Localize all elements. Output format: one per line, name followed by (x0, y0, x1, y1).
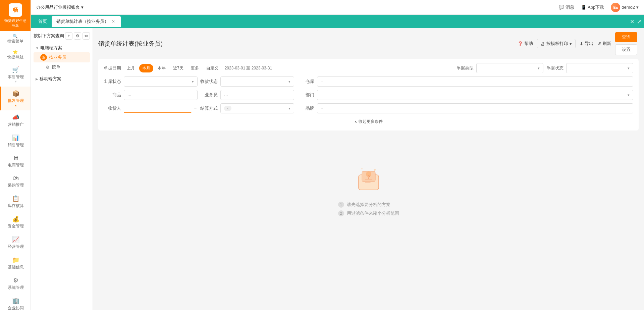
tree-group-pc-header[interactable]: ▼ 电脑端方案 (34, 44, 90, 52)
goods-dots: ··· (127, 92, 131, 98)
staff-select[interactable]: ··· (220, 90, 294, 100)
chevron-up-icon: ∧ (354, 119, 357, 124)
payment-status-select[interactable]: ▾ (220, 76, 294, 87)
tab-close-icon[interactable]: ✕ (111, 19, 116, 24)
filter-row-1: 单据日期 上月 本月 本年 近7天 更多 自定义 2023-03-01 至 20… (104, 63, 633, 73)
tree-group-pc-label: 电脑端方案 (40, 45, 62, 51)
sidebar-item-label: 销售管理 (8, 142, 24, 148)
retail-icon: 🛒 (12, 66, 19, 73)
order-icon: ⚙ (46, 65, 50, 70)
expand-icon[interactable]: ⤢ (637, 18, 641, 25)
user-menu[interactable]: Ea demo2 ▾ (611, 3, 639, 12)
chevron-down-icon: ▼ (36, 46, 39, 50)
sidebar-item-enterprise[interactable]: 🏢 企业协同 (0, 294, 31, 310)
collapse-panel-btn[interactable]: ≪ (83, 32, 90, 40)
sidebar-item-search[interactable]: 🔍 搜索菜单 (0, 31, 31, 47)
main-content: 销货单统计表(按业务员) ❓ 帮助 🖨 按模板打印 ▾ ⬇ 导出 (93, 28, 644, 310)
sidebar: 畅 畅捷通好生意标版 🔍 搜索菜单 ⭐ 快捷导航 🛒 零售管理 ▼ 📦 批发管理… (0, 0, 31, 310)
operations-icon: 📈 (12, 236, 19, 243)
payment-method-label: 结算方式 (200, 105, 218, 111)
dropdown-arrow-icon: ▾ (81, 5, 84, 10)
wholesale-icon: 📦 (12, 90, 19, 97)
tag-close-icon[interactable]: × (227, 106, 229, 110)
sidebar-item-ecommerce[interactable]: 🖥 电商管理 (0, 151, 31, 171)
refresh-btn[interactable]: ↺ 刷新 (597, 41, 611, 47)
template-print-btn[interactable]: 🖨 按模板打印 ▾ (537, 39, 576, 48)
tree-group-mobile-header[interactable]: ▶ 移动端方案 (34, 74, 90, 83)
sidebar-item-marketing[interactable]: 📣 营销推广 (0, 110, 31, 131)
payment-status-label: 收款状态 (200, 79, 218, 85)
message-btn[interactable]: 💬 消息 (559, 4, 574, 10)
date-tab-more[interactable]: 更多 (188, 64, 202, 72)
sidebar-item-wholesale[interactable]: 📦 批发管理 ▲ (0, 87, 31, 110)
tree-item-by-order[interactable]: ⚙ 按单 (34, 62, 90, 72)
export-label: 导出 (585, 41, 593, 47)
warehouse-dots: ··· (321, 79, 325, 84)
sidebar-item-operations[interactable]: 📈 经营管理 (0, 232, 31, 253)
close-all-tabs-icon[interactable]: ✕ (630, 18, 634, 25)
sidebar-item-quick-nav[interactable]: ⭐ 快捷导航 (0, 47, 31, 63)
dept-select[interactable]: ▾ (317, 90, 633, 100)
sidebar-item-inventory[interactable]: 📋 库存核算 (0, 192, 31, 212)
dropdown-arrow-icon: ▾ (570, 41, 572, 46)
header-right: 💬 消息 📱 App下载 Ea demo2 ▾ (559, 3, 639, 12)
help-btn[interactable]: ❓ 帮助 (518, 41, 533, 47)
out-status-select[interactable]: ▾ (124, 76, 198, 87)
warehouse-label: 仓库 (297, 79, 314, 85)
date-tab-7days[interactable]: 近7天 (170, 64, 186, 72)
sidebar-item-label: 零售管理 (8, 74, 24, 80)
dropdown-arrow-icon: ▾ (288, 106, 290, 111)
consignee-input[interactable] (124, 104, 192, 113)
add-scheme-btn[interactable]: + (65, 32, 72, 40)
svg-point-6 (374, 169, 376, 171)
query-button[interactable]: 查询 (615, 32, 637, 42)
app-download-btn[interactable]: 📱 App下载 (581, 4, 604, 10)
arrow-icon: ▼ (14, 80, 17, 83)
empty-tip-2: 2 用过滤条件来缩小分析范围 (338, 210, 399, 216)
tree-item-by-staff[interactable]: 业 按业务员 (34, 52, 90, 62)
settings-scheme-btn[interactable]: ⚙ (74, 32, 81, 40)
brand-select[interactable]: ··· (317, 103, 633, 113)
doc-type-select[interactable]: ▾ (476, 63, 543, 73)
doc-status-select[interactable]: ▾ (566, 63, 633, 73)
sales-icon: 📊 (12, 134, 19, 142)
collapse-btn[interactable]: ∧ 收起更多条件 (104, 117, 633, 126)
sidebar-item-basic[interactable]: 📁 基础信息 (0, 253, 31, 273)
sidebar-item-retail[interactable]: 🛒 零售管理 ▼ (0, 63, 31, 87)
empty-tips: 1 请先选择要分析的方案 2 用过滤条件来缩小分析范围 (338, 202, 399, 216)
sidebar-item-system[interactable]: ⚙ 系统管理 (0, 273, 31, 294)
date-tab-this-year[interactable]: 本年 (155, 64, 169, 72)
warehouse-select[interactable]: ··· (317, 76, 633, 87)
empty-tip-2-text: 用过滤条件来缩小分析范围 (347, 210, 399, 216)
app-download-label: App下载 (588, 4, 604, 10)
tree-group-pc: ▼ 电脑端方案 业 按业务员 ⚙ 按单 (34, 44, 90, 72)
breadcrumb-text: 办公用品行业模拟账套 (36, 4, 80, 10)
sidebar-item-sales[interactable]: 📊 销售管理 (0, 131, 31, 151)
collapse-label: 收起更多条件 (359, 119, 383, 124)
payment-method-select[interactable]: × ▾ (220, 103, 294, 113)
breadcrumb-dropdown[interactable]: 办公用品行业模拟账套 ▾ (36, 4, 84, 10)
chevron-right-icon: ▶ (36, 77, 38, 81)
date-tab-last-month[interactable]: 上月 (124, 64, 138, 72)
sidebar-item-label: 资金管理 (8, 223, 24, 229)
empty-tip-1-text: 请先选择要分析的方案 (347, 202, 390, 208)
tab-actions: ✕ ⤢ (630, 18, 641, 25)
message-label: 消息 (566, 4, 574, 10)
empty-illustration: ? (352, 161, 385, 195)
date-tab-custom[interactable]: 自定义 (203, 64, 221, 72)
sidebar-logo[interactable]: 畅 畅捷通好生意标版 (0, 0, 31, 31)
goods-select[interactable]: ··· (124, 90, 198, 100)
marketing-icon: 📣 (12, 114, 19, 121)
sidebar-item-finance[interactable]: 💰 资金管理 (0, 212, 31, 232)
date-tab-this-month[interactable]: 本月 (139, 64, 153, 72)
tab-home[interactable]: 首页 (34, 16, 52, 27)
date-label: 单据日期 (104, 65, 121, 71)
export-btn[interactable]: ⬇ 导出 (580, 41, 593, 47)
consignee-dots[interactable]: ··· (194, 106, 198, 111)
sidebar-item-purchase[interactable]: 🛍 采购管理 (0, 171, 31, 192)
sidebar-item-label: 基础信息 (8, 264, 24, 270)
tab-sales-report[interactable]: 销货单统计表（按业务员） ✕ (52, 16, 121, 27)
search-icon: 🔍 (13, 34, 18, 39)
sidebar-item-label: 系统管理 (8, 285, 24, 291)
settings-button[interactable]: 设置 (615, 44, 637, 55)
